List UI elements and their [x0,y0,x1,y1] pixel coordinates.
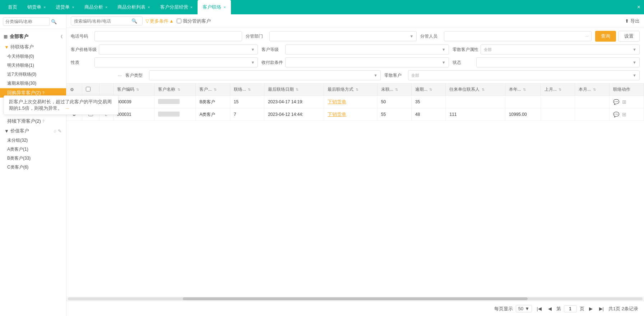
col-company-contacts[interactable]: 往来单位联系人 ⇅ [446,84,505,96]
row1-last-date: 2023-04-17 14:19: [264,96,324,108]
row2-grid-icon[interactable]: ⊞ [622,112,626,117]
sidebar-item-c-class[interactable]: C类客户(6) [0,163,66,172]
row2-code[interactable]: 000031 [113,108,154,121]
manager-select[interactable]: ··· [444,31,592,41]
my-customers-checkbox[interactable] [177,19,181,23]
row1-chat-icon[interactable]: 💬 [613,99,619,105]
close-product-analysis-tab[interactable]: × [105,5,107,9]
col-name[interactable]: 客户名称 ⇅ [154,84,196,96]
current-page-input[interactable] [564,305,577,312]
col-last-method[interactable]: 最后联络方式 ⇅ [324,84,377,96]
export-btn[interactable]: ⬆ 导出 [625,18,640,24]
payment-select[interactable]: ▼ [285,57,449,67]
next-page-btn[interactable]: ▶ [587,305,594,312]
more-conditions-btn[interactable]: ▽ 更多条件 ▲ [145,18,174,24]
phone-input[interactable] [94,31,242,41]
nature-select[interactable]: ▼ [94,57,258,67]
nav-tab-purchase[interactable]: 进货单 × [51,0,79,14]
row2-chat-icon[interactable]: 💬 [613,112,619,117]
chevron-up-icon: ▲ [169,18,174,24]
row1-overdue: 35 [412,96,446,108]
status-select[interactable]: ▼ [476,57,640,67]
dept-select[interactable]: ▼ [269,31,417,41]
my-customers-check[interactable]: 我分管的客户 [177,18,211,24]
close-customer-contact-tab[interactable]: × [223,5,226,9]
field-nature: 性质 ▼ [71,57,258,67]
sidebar-item-ungraded[interactable]: 未分组(32) [0,136,66,145]
nav-tab-product-list[interactable]: 商品分析列表 × [112,0,155,14]
close-sales-tab[interactable]: × [43,5,46,9]
tree-root-all-customers[interactable]: ⊞ 全部客户 《 [0,31,66,42]
nav-tab-customer-segment[interactable]: 客户分层经营 × [155,0,198,14]
close-purchase-tab[interactable]: × [72,5,74,9]
field-retail-customer: 零散客户 全部▼ [384,70,640,80]
select-all-checkbox[interactable] [86,87,91,91]
tooltip-popup: 距客户上次交易时长，超过了此客户的平均交易周期的1.5倍，则视为异常。 ··· [4,95,119,115]
horizontal-scrollbar[interactable] [66,297,644,301]
close-customer-segment-tab[interactable]: × [190,5,193,9]
nav-tab-product-analysis[interactable]: 商品分析 × [79,0,112,14]
close-all-tabs[interactable]: × [637,4,640,10]
arrow-icon: ▼ [4,44,9,50]
sidebar-item-overdue[interactable]: 逾期未联络(30) [0,79,66,88]
export-icon: ⬆ [625,18,629,24]
col-index [99,84,113,96]
retail-customer-select[interactable]: 全部▼ [408,70,640,80]
row1-code[interactable]: 000039 [113,96,154,108]
price-level-select[interactable]: ▼ [99,44,258,55]
row1-last-method[interactable]: 下销货单 [324,96,377,108]
row2-last-method[interactable]: 下销货单 [324,108,377,121]
sidebar-item-declining[interactable]: 持续下滑客户(2) ? [0,117,66,126]
section-pending-contact[interactable]: ▼ 待联络客户 [0,42,66,52]
tooltip-dots: ··· [65,105,69,111]
close-product-list-tab[interactable]: × [148,5,150,9]
filter-dots[interactable]: ··· [118,72,122,78]
row2-contacts: 7 [230,108,264,121]
row2-last-date: 2023-04-12 14:44: [264,108,324,121]
col-this-year[interactable]: 本年... ⇅ [505,84,541,96]
col-this-month[interactable]: 本月... ⇅ [575,84,609,96]
nav-tab-sales[interactable]: 销货单 × [22,0,51,14]
per-page-select[interactable]: 50 ▼ [516,305,532,312]
settings-button[interactable]: 设置 [618,31,640,42]
row1-actions: 💬 ⊞ [609,96,644,108]
col-type[interactable]: 客户... ⇅ [196,84,230,96]
col-overdue[interactable]: 逾期... ⇅ [412,84,446,96]
per-page-dropdown-icon: ▼ [525,306,529,311]
main-search-input[interactable] [74,19,131,24]
customer-type-select[interactable]: ▼ [149,70,381,80]
sidebar-item-today[interactable]: 今天待联络(0) [0,52,66,61]
sidebar-item-7days[interactable]: 近7天待联络(0) [0,70,66,79]
section-value-customers[interactable]: ▼ 价值客户 ○ ✎ [0,126,66,136]
sidebar-search-icon[interactable]: 🔍 [51,19,57,24]
col-contacts[interactable]: 联络... ⇅ [230,84,264,96]
data-table-wrap: ⚙ 客户编码 ⇅ 客户名称 ⇅ 客户... ⇅ 联络... ⇅ 最后联络日期 ⇅… [66,84,644,297]
sidebar-item-tomorrow[interactable]: 明天待联络(1) [0,61,66,70]
sidebar-search-input[interactable] [3,17,50,26]
scroll-thumb[interactable] [183,297,528,300]
sidebar-item-a-class[interactable]: A类客户(1) [0,145,66,154]
retail-attr-select[interactable]: 全部▼ [481,44,640,55]
sidebar-tree: ⊞ 全部客户 《 ▼ 待联络客户 今天待联络(0) 明天待联络(1) 近7天待联… [0,29,66,316]
main-search-icon[interactable]: 🔍 [131,18,137,24]
sidebar: 🔍 ⊞ 全部客户 《 ▼ 待联络客户 今天待联络(0) 明天待联络(1) 近7天… [0,14,66,316]
nav-tab-customer-contact[interactable]: 客户联络 × [198,0,231,14]
customer-level-select[interactable]: ▼ [285,44,449,55]
col-last-date[interactable]: 最后联络日期 ⇅ [264,84,324,96]
col-code[interactable]: 客户编码 ⇅ [113,84,154,96]
field-manager: 分管人员 ··· [420,31,592,41]
query-button[interactable]: 查询 [595,31,616,42]
prev-page-btn[interactable]: ◀ [546,305,553,312]
col-uncontacted[interactable]: 未联... ⇅ [377,84,411,96]
field-customer-type: 客户类型 ▼ [125,70,381,80]
last-page-btn[interactable]: ▶| [597,305,606,312]
nav-tab-home[interactable]: 首页 [3,0,22,14]
first-page-btn[interactable]: |◀ [535,305,543,312]
filter-row-3: 性质 ▼ 收付款条件 ▼ 状态 ▼ [71,57,640,67]
row1-grid-icon[interactable]: ⊞ [622,99,626,105]
sidebar-item-b-class[interactable]: B类客户(33) [0,154,66,163]
col-last-month[interactable]: 上月... ⇅ [541,84,575,96]
per-page-label: 每页显示 [494,306,513,312]
col-gear[interactable]: ⚙ [66,84,82,96]
row2-name [154,108,196,121]
